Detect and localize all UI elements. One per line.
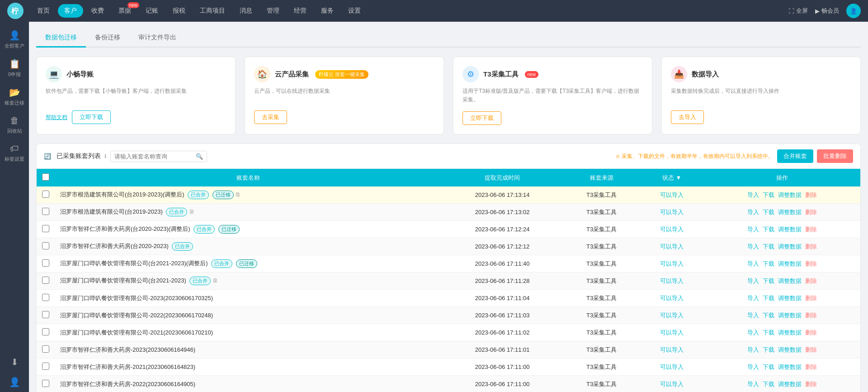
nav-home[interactable]: 首页 <box>31 4 56 18</box>
action-调整数据-link[interactable]: 调整数据 <box>778 226 802 233</box>
row-checkbox-2[interactable] <box>42 225 49 232</box>
th-name[interactable]: 账套名称 <box>55 169 442 186</box>
action-下载-link[interactable]: 下载 <box>763 209 774 215</box>
nav-manage[interactable]: 管理 <box>260 4 286 18</box>
action-导入-link[interactable]: 导入 <box>747 243 759 250</box>
action-删除-link[interactable]: 删除 <box>805 277 817 284</box>
refresh-icon[interactable]: 🔄 <box>44 153 51 160</box>
th-time[interactable]: 提取完成时间 <box>442 169 563 186</box>
action-删除-link[interactable]: 删除 <box>805 381 817 387</box>
action-删除-link[interactable]: 删除 <box>805 295 817 301</box>
row-checkbox-7[interactable] <box>42 311 49 318</box>
row-checkbox-11[interactable] <box>42 380 49 387</box>
tab-backup-migration[interactable]: 备份迁移 <box>86 29 129 48</box>
action-调整数据-link[interactable]: 调整数据 <box>778 346 802 353</box>
row-checkbox-4[interactable] <box>42 259 49 267</box>
user-avatar[interactable]: 👤 <box>846 4 861 18</box>
nav-customer[interactable]: 客户 <box>58 4 83 18</box>
action-删除-link[interactable]: 删除 <box>805 226 817 233</box>
t3-download-button[interactable]: 立即下载 <box>462 111 501 125</box>
action-调整数据-link[interactable]: 调整数据 <box>778 209 802 215</box>
go-collect-button[interactable]: 去采集 <box>254 110 287 124</box>
action-下载-link[interactable]: 下载 <box>763 346 774 353</box>
sidebar-item-account-migrate[interactable]: 📂 账套迁移 <box>0 82 29 111</box>
action-删除-link[interactable]: 删除 <box>805 346 817 353</box>
nav-service[interactable]: 服务 <box>315 4 340 18</box>
row-checkbox-5[interactable] <box>42 277 49 284</box>
sidebar-item-zero-declare[interactable]: 📋 0申报 <box>0 54 29 82</box>
tab-audit-export[interactable]: 审计文件导出 <box>129 29 185 48</box>
row-checkbox-3[interactable] <box>42 242 49 249</box>
action-导入-link[interactable]: 导入 <box>747 295 759 301</box>
search-input[interactable] <box>114 153 196 160</box>
action-删除-link[interactable]: 删除 <box>805 363 817 370</box>
batch-delete-button[interactable]: 批量删除 <box>817 149 853 163</box>
action-调整数据-link[interactable]: 调整数据 <box>778 329 802 336</box>
action-下载-link[interactable]: 下载 <box>763 363 774 370</box>
merge-accounts-button[interactable]: 合并账套 <box>777 149 813 163</box>
action-调整数据-link[interactable]: 调整数据 <box>778 243 802 250</box>
row-checkbox-1[interactable] <box>42 208 49 215</box>
action-下载-link[interactable]: 下载 <box>763 277 774 284</box>
action-导入-link[interactable]: 导入 <box>747 329 759 336</box>
action-导入-link[interactable]: 导入 <box>747 363 759 370</box>
nav-fee[interactable]: 收费 <box>85 4 110 18</box>
row-checkbox-6[interactable] <box>42 294 49 301</box>
tab-data-migration[interactable]: 数据包迁移 <box>36 29 86 48</box>
action-删除-link[interactable]: 删除 <box>805 260 817 267</box>
sidebar-item-recycle[interactable]: 🗑 回收站 <box>0 111 29 139</box>
action-调整数据-link[interactable]: 调整数据 <box>778 363 802 370</box>
member-button[interactable]: ▶ 畅会员 <box>815 7 839 15</box>
action-删除-link[interactable]: 删除 <box>805 329 817 336</box>
action-下载-link[interactable]: 下载 <box>763 295 774 301</box>
row-checkbox-10[interactable] <box>42 363 49 370</box>
fullscreen-button[interactable]: ⛶ 全屏 <box>788 7 808 15</box>
nav-settings[interactable]: 设置 <box>342 4 367 18</box>
sidebar-item-all-customers[interactable]: 👤 全部客户 <box>0 25 29 54</box>
search-icon[interactable]: 🔍 <box>196 153 203 160</box>
action-删除-link[interactable]: 删除 <box>805 243 817 250</box>
action-导入-link[interactable]: 导入 <box>747 277 759 284</box>
action-调整数据-link[interactable]: 调整数据 <box>778 191 802 198</box>
action-导入-link[interactable]: 导入 <box>747 346 759 353</box>
nav-tax[interactable]: 报税 <box>166 4 192 18</box>
table-hint-icon[interactable]: ℹ <box>104 153 107 159</box>
th-status[interactable]: 状态 ▼ <box>640 169 703 186</box>
download-now-button[interactable]: 立即下载 <box>72 110 111 124</box>
nav-operation[interactable]: 经营 <box>288 4 313 18</box>
action-下载-link[interactable]: 下载 <box>763 243 774 250</box>
action-下载-link[interactable]: 下载 <box>763 260 774 267</box>
row-checkbox-8[interactable] <box>42 328 49 335</box>
row-checkbox-9[interactable] <box>42 345 49 353</box>
action-调整数据-link[interactable]: 调整数据 <box>778 295 802 301</box>
th-source[interactable]: 账套来源 <box>563 169 640 186</box>
action-导入-link[interactable]: 导入 <box>747 209 759 215</box>
nav-invoice[interactable]: 票据 new <box>112 4 137 18</box>
nav-business[interactable]: 工商项目 <box>193 4 231 18</box>
action-导入-link[interactable]: 导入 <box>747 312 759 319</box>
sidebar-item-user[interactable]: 👤 <box>9 372 20 392</box>
action-调整数据-link[interactable]: 调整数据 <box>778 312 802 319</box>
action-下载-link[interactable]: 下载 <box>763 191 774 198</box>
nav-message[interactable]: 消息 <box>233 4 259 18</box>
help-doc-link[interactable]: 帮助文档 <box>46 114 67 121</box>
row-checkbox-0[interactable] <box>42 191 49 198</box>
go-import-button[interactable]: 去导入 <box>671 110 704 124</box>
sidebar-item-download[interactable]: ⬇ <box>9 352 20 372</box>
select-all-checkbox[interactable] <box>42 173 49 181</box>
action-下载-link[interactable]: 下载 <box>763 312 774 319</box>
action-导入-link[interactable]: 导入 <box>747 226 759 233</box>
action-导入-link[interactable]: 导入 <box>747 191 759 198</box>
nav-bookkeeping[interactable]: 记账 <box>139 4 165 18</box>
action-删除-link[interactable]: 删除 <box>805 191 817 198</box>
action-删除-link[interactable]: 删除 <box>805 312 817 319</box>
app-logo[interactable]: 柠 <box>7 3 24 19</box>
action-调整数据-link[interactable]: 调整数据 <box>778 277 802 284</box>
action-调整数据-link[interactable]: 调整数据 <box>778 260 802 267</box>
action-下载-link[interactable]: 下载 <box>763 329 774 336</box>
action-导入-link[interactable]: 导入 <box>747 381 759 387</box>
action-下载-link[interactable]: 下载 <box>763 381 774 387</box>
action-下载-link[interactable]: 下载 <box>763 226 774 233</box>
action-调整数据-link[interactable]: 调整数据 <box>778 381 802 387</box>
sidebar-item-tag-settings[interactable]: 🏷 标签设置 <box>0 139 29 167</box>
